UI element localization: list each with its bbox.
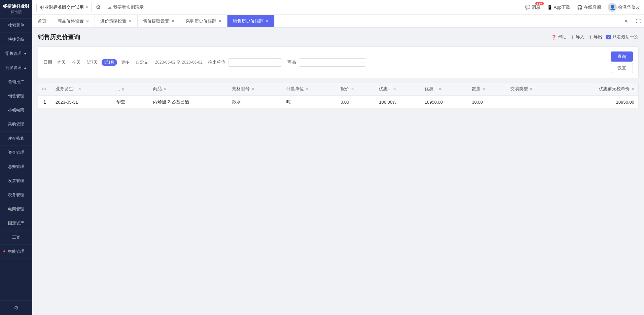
export-label: 导出 <box>594 34 602 40</box>
close-icon[interactable]: ✕ <box>86 19 89 24</box>
tab-maximize-button[interactable]: ⛶ <box>632 15 644 28</box>
sidebar-item-sales[interactable]: 销售管理 <box>0 89 32 103</box>
online-service-button[interactable]: 🎧 在线客服 <box>577 4 601 10</box>
sidebar-item-label: 销售管理 <box>8 94 24 98</box>
table-row[interactable]: 1 2023-05-31 华查... 丙烯酸-2-乙基己酯 散水 吨 0.00 … <box>38 96 638 109</box>
tab-bar-controls: ✕ ⛶ <box>620 15 644 28</box>
th-label: 优惠前无税单价 <box>599 86 630 91</box>
avatar: 👤 <box>608 3 617 12</box>
sidebar-item-tax[interactable]: 税务管理 <box>0 188 32 202</box>
date-opt-today[interactable]: 今天 <box>70 59 83 66</box>
tab-product-price[interactable]: 商品价格设置 ✕ <box>52 15 95 28</box>
sidebar-item-marketing[interactable]: 营销推广 <box>0 75 32 89</box>
sidebar-item-search[interactable]: 搜索菜单 <box>0 19 32 33</box>
date-opt-more[interactable]: 更多 <box>118 59 132 66</box>
th-discount1[interactable]: 优惠... ⇅ <box>375 82 420 96</box>
sidebar: 畅捷通好业财 标准版 搜索菜单 快捷导航 零售管理 ▼ 批发管理 ▲ 营销推广 … <box>0 0 32 315</box>
th-discount2[interactable]: 优惠... ⇅ <box>421 82 468 96</box>
sidebar-item-payroll[interactable]: 工资 <box>0 231 32 245</box>
close-icon[interactable]: ✕ <box>218 19 222 24</box>
sidebar-item-retail[interactable]: 零售管理 ▼ <box>0 47 32 61</box>
sidebar-item-label: 采购管理 <box>8 122 24 127</box>
import-button[interactable]: ⬇ 导入 <box>571 34 584 40</box>
th-unit[interactable]: 计量单位 ⇅ <box>282 82 336 96</box>
td-gear: 1 <box>38 96 51 109</box>
chevron-up-icon: ▲ <box>24 66 27 70</box>
tab-sales-history[interactable]: 销售历史价跟踪 ✕ <box>227 15 275 28</box>
th-label: 报价 <box>341 86 349 91</box>
close-icon[interactable]: ✕ <box>129 19 132 24</box>
tab-label: 商品价格设置 <box>58 18 84 24</box>
th-product[interactable]: 商品 ⇅ <box>149 82 228 96</box>
filter-area: 日期 昨天 今天 近7天 近1月 更多 自定义 2023-05-02 至 202… <box>38 46 639 78</box>
query-button[interactable]: 查询 <box>611 51 633 62</box>
date-opt-custom[interactable]: 自定义 <box>133 59 151 66</box>
cloud-icon: ☁ <box>107 5 112 10</box>
page-content: 销售历史价查询 ❓ 帮助 ⬇ 导入 ⬆ 导出 ✓ 只看最后一次 <box>32 28 644 315</box>
product-input[interactable]: ··· <box>299 58 366 67</box>
tab-sale-price-extract[interactable]: 售价提取设置 ✕ <box>138 15 180 28</box>
tab-close-button[interactable]: ✕ <box>620 15 632 28</box>
tab-label: 销售历史价跟踪 <box>233 18 263 24</box>
sidebar-item-label: 库存核算 <box>8 136 24 141</box>
td-price: 0.00 <box>336 96 375 109</box>
sidebar-item-fixed-assets[interactable]: 固定资产 <box>0 216 32 231</box>
sidebar-item-ecommerce[interactable]: 电商管理 <box>0 202 32 216</box>
only-last-checkbox[interactable]: ✓ 只看最后一次 <box>606 34 639 40</box>
tab-home[interactable]: 首页 <box>32 15 52 28</box>
sort-icon: ⇅ <box>164 87 166 91</box>
th-spec[interactable]: 规格型号 ⇅ <box>228 82 282 96</box>
th-pretax-price[interactable]: 优惠前无税单价 ⇅ <box>561 82 638 96</box>
user-name: 徐泽华修改 <box>618 4 640 10</box>
sidebar-item-ecommerce-small[interactable]: 小畅电商 <box>0 103 32 117</box>
sort-icon: ⇅ <box>482 87 485 91</box>
close-icon[interactable]: ✕ <box>171 19 175 24</box>
sidebar-item-quicknav[interactable]: 快捷导航 <box>0 33 32 47</box>
help-button[interactable]: ❓ 帮助 <box>551 34 567 40</box>
question-icon: ❓ <box>551 35 557 40</box>
td-trade-type <box>506 96 561 109</box>
th-trade-type[interactable]: 交易类型 ⇅ <box>506 82 561 96</box>
app-download-button[interactable]: 📱 App下载 <box>547 4 570 10</box>
tab-purchase-history[interactable]: 采购历史价跟踪 ✕ <box>180 15 227 28</box>
product-selector[interactable]: 好业财标准版交付试用 ▾ <box>36 3 92 12</box>
date-opt-1month[interactable]: 近1月 <box>102 59 117 66</box>
data-table-wrap: ⚙ 业务发生... ⇅ ... ⇅ 商品 ⇅ <box>38 82 639 109</box>
sort-icon: ⇅ <box>439 87 441 91</box>
gear-icon[interactable]: ⚙ <box>42 86 46 92</box>
btn-group: 查询 设置 <box>611 51 633 73</box>
chevron-down-icon: ▾ <box>86 5 88 10</box>
td-discount2: 10950.00 <box>421 96 468 109</box>
demo-button[interactable]: ☁ 我要看实例演示 <box>107 4 144 10</box>
date-opt-7days[interactable]: 近7天 <box>84 59 100 66</box>
sidebar-item-invoice[interactable]: 发票管理 <box>0 174 32 188</box>
user-info[interactable]: 👤 徐泽华修改 <box>608 3 640 12</box>
expand-icon: ··· <box>359 60 363 65</box>
from-unit-input[interactable]: ··· <box>228 58 282 67</box>
page-actions: ❓ 帮助 ⬇ 导入 ⬆ 导出 ✓ 只看最后一次 <box>551 34 639 40</box>
sidebar-item-label: 总账管理 <box>8 164 24 169</box>
export-button[interactable]: ⬆ 导出 <box>588 34 602 40</box>
filter-row: 日期 昨天 今天 近7天 近1月 更多 自定义 2023-05-02 至 202… <box>43 51 633 73</box>
message-button[interactable]: 💬 消息 99+ <box>525 4 540 10</box>
th-label: 数量 <box>472 86 480 91</box>
filter-settings-button[interactable]: 设置 <box>611 63 633 73</box>
th-col2[interactable]: ... ⇅ <box>112 82 149 96</box>
sidebar-item-wholesale[interactable]: 批发管理 ▲ <box>0 61 32 75</box>
date-opt-yesterday[interactable]: 昨天 <box>55 59 68 66</box>
sort-icon: ⇅ <box>632 87 634 91</box>
tab-purchase-strategy[interactable]: 进价策略设置 ✕ <box>95 15 138 28</box>
settings-gear-button[interactable]: ⚙ <box>96 4 101 10</box>
th-quantity[interactable]: 数量 ⇅ <box>468 82 506 96</box>
sidebar-item-intelligence[interactable]: 智能管理 <box>0 245 32 259</box>
sidebar-item-finance[interactable]: 资金管理 <box>0 146 32 160</box>
th-business-date[interactable]: 业务发生... ⇅ <box>51 82 112 96</box>
sidebar-settings-button[interactable]: ⚙ <box>0 300 32 315</box>
from-unit-label: 往来单位 <box>208 59 225 65</box>
app-logo[interactable]: 畅捷通好业财 标准版 <box>0 0 32 19</box>
sidebar-item-inventory[interactable]: 库存核算 <box>0 132 32 146</box>
close-icon[interactable]: ✕ <box>265 19 269 24</box>
th-price[interactable]: 报价 ⇅ <box>336 82 375 96</box>
sidebar-item-purchase[interactable]: 采购管理 <box>0 117 32 132</box>
sidebar-item-ledger[interactable]: 总账管理 <box>0 160 32 174</box>
